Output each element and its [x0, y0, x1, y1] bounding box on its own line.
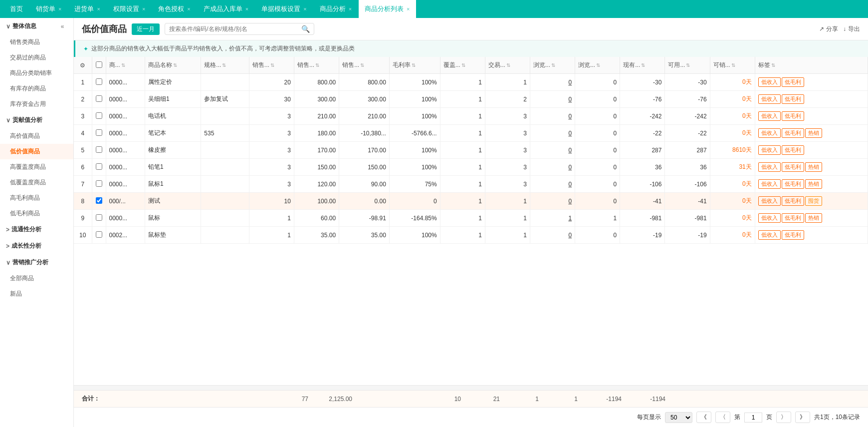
- sidebar-collapse-btn[interactable]: «: [57, 23, 67, 30]
- nav-close-icon[interactable]: ×: [303, 6, 306, 12]
- row-checkbox[interactable]: [96, 214, 102, 221]
- sidebar-item-high-value[interactable]: 高价值商品: [0, 128, 73, 144]
- sort-icon[interactable]: ⇅: [360, 62, 364, 68]
- row-name[interactable]: 测试: [145, 193, 201, 210]
- last-page-button[interactable]: 》: [795, 412, 810, 423]
- horizontal-scrollbar[interactable]: [74, 385, 868, 390]
- page-title: 低价值商品: [82, 23, 127, 35]
- nav-product-analysis-list[interactable]: 商品分析列表 ×: [359, 0, 416, 18]
- row-checkbox[interactable]: [96, 112, 102, 119]
- select-all-checkbox[interactable]: [96, 61, 102, 68]
- nav-close-icon[interactable]: ×: [349, 6, 352, 12]
- nav-home[interactable]: 首页: [4, 0, 29, 18]
- product-tag: 低毛利: [782, 111, 804, 121]
- sidebar-item-high-coverage[interactable]: 高覆盖度商品: [0, 159, 73, 175]
- sort-icon[interactable]: ⇅: [461, 62, 465, 68]
- row-available-stock: -106: [665, 176, 710, 193]
- row-checkbox[interactable]: [96, 163, 102, 170]
- row-name[interactable]: 吴细细1: [145, 91, 201, 108]
- row-spec: [201, 210, 249, 227]
- sidebar-section-overall[interactable]: ∨ 整体信息 «: [0, 18, 73, 34]
- row-checkbox[interactable]: [96, 146, 102, 153]
- row-checkbox[interactable]: [96, 231, 102, 238]
- nav-sales-order[interactable]: 销货单 ×: [30, 0, 67, 18]
- sidebar-section-flow[interactable]: > 流通性分析: [0, 221, 73, 238]
- nav-close-icon[interactable]: ×: [407, 6, 410, 12]
- sidebar-item-low-margin[interactable]: 低毛利商品: [0, 206, 73, 221]
- sidebar-item-category-rate[interactable]: 商品分类助销率: [0, 65, 73, 81]
- col-view2: 浏览... ⇅: [575, 57, 620, 74]
- sidebar-item-traded-products[interactable]: 交易过的商品: [0, 50, 73, 65]
- sidebar-item-low-coverage[interactable]: 低覆盖度商品: [0, 175, 73, 190]
- first-page-button[interactable]: 《: [696, 412, 711, 423]
- product-tag: 热销: [805, 162, 822, 172]
- nav-finished-goods[interactable]: 产成品入库单 ×: [198, 0, 254, 18]
- row-name[interactable]: 笔记本: [145, 125, 201, 142]
- sidebar-item-inventory-products[interactable]: 有库存的商品: [0, 81, 73, 96]
- row-checkbox[interactable]: [96, 95, 102, 102]
- row-name[interactable]: 鼠标垫: [145, 227, 201, 244]
- row-name[interactable]: 电话机: [145, 108, 201, 125]
- sort-icon[interactable]: ⇅: [551, 62, 555, 68]
- sidebar-section-contribution[interactable]: ∨ 贡献值分析: [0, 112, 73, 128]
- sort-icon[interactable]: ⇅: [596, 62, 600, 68]
- row-margin: 75%: [389, 176, 440, 193]
- export-button[interactable]: ↓ 导出: [843, 25, 860, 33]
- sort-icon[interactable]: ⇅: [506, 62, 510, 68]
- sidebar-item-sales-products[interactable]: 销售类商品: [0, 34, 73, 50]
- nav-close-icon[interactable]: ×: [187, 6, 190, 12]
- search-input[interactable]: [169, 25, 298, 32]
- share-button[interactable]: ↗ 分享: [819, 25, 838, 33]
- sort-icon[interactable]: ⇅: [222, 62, 226, 68]
- content-header: 低价值商品 近一月 🔍 ↗ 分享 ↓ 导出: [74, 18, 868, 40]
- sidebar-item-high-margin[interactable]: 高毛利商品: [0, 190, 73, 206]
- sort-icon[interactable]: ⇅: [315, 62, 319, 68]
- sort-icon[interactable]: ⇅: [412, 62, 416, 68]
- nav-product-analysis[interactable]: 商品分析 ×: [314, 0, 358, 18]
- nav-role-auth[interactable]: 角色授权 ×: [152, 0, 196, 18]
- row-name[interactable]: 鼠标1: [145, 176, 201, 193]
- sidebar-item-new-products[interactable]: 新品: [0, 286, 73, 302]
- sort-icon[interactable]: ⇅: [731, 62, 735, 68]
- nav-purchase-order[interactable]: 进货单 ×: [68, 0, 106, 18]
- sidebar-item-inventory-capital[interactable]: 库存资金占用: [0, 96, 73, 112]
- row-name[interactable]: 铅笔1: [145, 159, 201, 176]
- sort-icon[interactable]: ⇅: [270, 62, 274, 68]
- row-code: 0000...: [106, 91, 145, 108]
- row-trade: 3: [485, 159, 530, 176]
- sort-icon[interactable]: ⇅: [173, 62, 177, 68]
- page-number-input[interactable]: [744, 413, 762, 423]
- nav-template-settings[interactable]: 单据模板设置 ×: [255, 0, 312, 18]
- row-index: 3: [74, 108, 92, 125]
- row-checkbox[interactable]: [96, 78, 102, 85]
- page-size-select[interactable]: 50 100: [665, 412, 692, 423]
- nav-close-icon[interactable]: ×: [245, 6, 248, 12]
- row-name[interactable]: 鼠标: [145, 210, 201, 227]
- nav-close-icon[interactable]: ×: [142, 6, 145, 12]
- row-sales-amount: 150.00: [339, 159, 390, 176]
- settings-icon[interactable]: ⚙: [80, 62, 85, 69]
- sort-icon[interactable]: ⇅: [771, 62, 775, 68]
- row-name[interactable]: 属性定价: [145, 74, 201, 91]
- prev-page-button[interactable]: 〈: [715, 412, 730, 423]
- nav-permissions[interactable]: 权限设置 ×: [107, 0, 151, 18]
- next-page-button[interactable]: 〉: [776, 412, 791, 423]
- sidebar-item-all-products[interactable]: 全部商品: [0, 271, 73, 286]
- nav-close-icon[interactable]: ×: [58, 6, 61, 12]
- nav-close-icon[interactable]: ×: [97, 6, 100, 12]
- row-checkbox[interactable]: [96, 129, 102, 136]
- sort-icon[interactable]: ⇅: [686, 62, 690, 68]
- sidebar-item-low-value[interactable]: 低价值商品: [0, 144, 73, 159]
- row-available-stock: -981: [665, 210, 710, 227]
- row-tags: 低收入低毛利热销: [755, 176, 868, 193]
- row-name[interactable]: 橡皮擦: [145, 142, 201, 159]
- sort-icon[interactable]: ⇅: [121, 62, 125, 68]
- sidebar-section-growth[interactable]: > 成长性分析: [0, 238, 73, 254]
- sidebar-section-marketing[interactable]: ∨ 营销推广分析: [0, 254, 73, 271]
- row-checkbox[interactable]: [96, 180, 102, 187]
- row-checkbox[interactable]: [96, 197, 102, 204]
- row-code: 0000...: [106, 142, 145, 159]
- row-spec: [201, 108, 249, 125]
- sort-icon[interactable]: ⇅: [641, 62, 645, 68]
- date-filter-button[interactable]: 近一月: [132, 23, 160, 35]
